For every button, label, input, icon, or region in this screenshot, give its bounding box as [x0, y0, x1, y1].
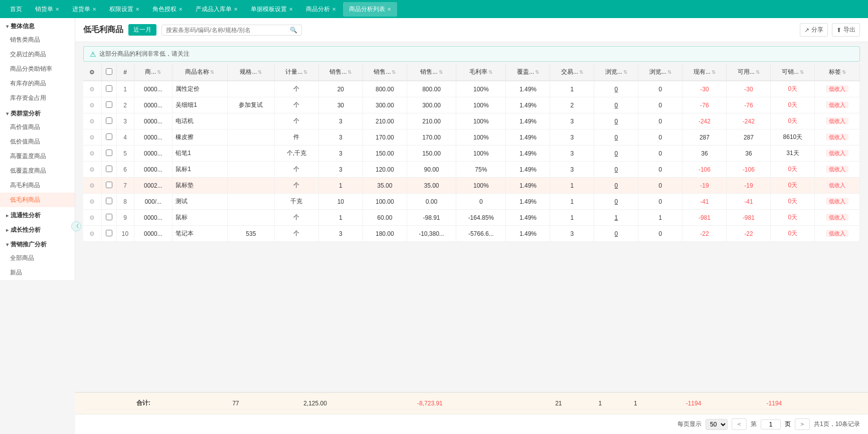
th-sales-amount[interactable]: 销售...⇅ — [363, 64, 407, 81]
export-button[interactable]: ⬆ 导出 — [832, 23, 860, 37]
close-icon[interactable]: ✕ — [234, 7, 238, 12]
sidebar-item-all-goods[interactable]: 全部商品 — [0, 251, 75, 265]
th-sales-count[interactable]: 销售...⇅ — [318, 64, 363, 81]
select-all-checkbox[interactable] — [106, 68, 112, 75]
row-settings[interactable]: ⚙ — [83, 81, 101, 97]
prev-page-button[interactable]: ＜ — [732, 418, 747, 430]
nav-permissions[interactable]: 权限设置 ✕ — [103, 2, 145, 17]
nav-product-in[interactable]: 产成品入库单 ✕ — [190, 2, 244, 17]
row-gross-rate: 100% — [456, 97, 506, 113]
sidebar-item-low-value[interactable]: 低价值商品 — [0, 134, 75, 149]
row-browse1[interactable]: 0 — [594, 81, 638, 97]
row-browse1[interactable]: 0 — [594, 194, 638, 210]
nav-product-analysis[interactable]: 商品分析 ✕ — [300, 2, 342, 17]
th-unit[interactable]: 计量...⇅ — [274, 64, 318, 81]
th-available[interactable]: 可用...⇅ — [727, 64, 771, 81]
sidebar-group-marketing-title[interactable]: ▾ 营销推广分析 — [0, 236, 75, 251]
row-settings[interactable]: ⚙ — [83, 194, 101, 210]
next-page-button[interactable]: ＞ — [795, 418, 810, 430]
th-tag[interactable]: 标签⇅ — [815, 64, 860, 81]
row-num: 6 — [116, 162, 134, 178]
sidebar-item-high-value[interactable]: 高价值商品 — [0, 120, 75, 134]
nav-product-analysis-list[interactable]: 商品分析列表 ✕ — [343, 2, 397, 17]
share-button[interactable]: ↗ 分享 — [800, 23, 828, 37]
row-unit: 个 — [274, 210, 318, 226]
close-icon[interactable]: ✕ — [289, 7, 293, 12]
table-container[interactable]: ⚙ # 商...⇅ 商品名称⇅ 规格...⇅ 计量...⇅ 销售...⇅ 销售.… — [75, 64, 868, 392]
close-icon[interactable]: ✕ — [135, 7, 139, 12]
row-checkbox[interactable] — [101, 113, 116, 129]
search-input[interactable] — [166, 27, 287, 34]
row-browse1[interactable]: 0 — [594, 178, 638, 194]
row-checkbox[interactable] — [101, 210, 116, 226]
sidebar-item-high-coverage[interactable]: 高覆盖度商品 — [0, 149, 75, 164]
row-checkbox[interactable] — [101, 97, 116, 113]
row-settings[interactable]: ⚙ — [83, 146, 101, 162]
th-name[interactable]: 商品名称⇅ — [172, 64, 228, 81]
row-checkbox[interactable] — [101, 129, 116, 146]
row-settings[interactable]: ⚙ — [83, 226, 101, 242]
sidebar-item-sales-goods[interactable]: 销售类商品 — [0, 33, 75, 47]
th-current-stock[interactable]: 现有...⇅ — [682, 64, 727, 81]
sidebar-item-category-rate[interactable]: 商品分类助销率 — [0, 62, 75, 76]
sidebar-item-low-coverage[interactable]: 低覆盖度商品 — [0, 164, 75, 178]
row-browse1[interactable]: 0 — [594, 129, 638, 146]
close-icon[interactable]: ✕ — [55, 7, 59, 12]
th-spec[interactable]: 规格...⇅ — [227, 64, 274, 81]
per-page-select[interactable]: 50 — [706, 419, 728, 430]
th-cover-rate[interactable]: 覆盖...⇅ — [506, 64, 550, 81]
nav-role-auth[interactable]: 角色授权 ✕ — [146, 2, 189, 17]
sidebar-item-new-goods[interactable]: 新品 — [0, 265, 75, 280]
filter-recent-month-button[interactable]: 近一月 — [128, 24, 156, 36]
close-icon[interactable]: ✕ — [179, 7, 183, 12]
row-checkbox[interactable] — [101, 81, 116, 97]
th-saleable[interactable]: 可销...⇅ — [771, 64, 815, 81]
sidebar-item-traded-goods[interactable]: 交易过的商品 — [0, 47, 75, 62]
sidebar-item-stocked-goods[interactable]: 有库存的商品 — [0, 76, 75, 91]
row-settings[interactable]: ⚙ — [83, 97, 101, 113]
th-checkbox[interactable] — [101, 64, 116, 81]
sidebar-group-overall-title[interactable]: ▾ 整体信息 — [0, 18, 75, 33]
row-browse1[interactable]: 0 — [594, 226, 638, 242]
row-checkbox[interactable] — [101, 146, 116, 162]
row-settings[interactable]: ⚙ — [83, 129, 101, 146]
th-transactions[interactable]: 交易...⇅ — [550, 64, 594, 81]
th-settings[interactable]: ⚙ — [83, 64, 101, 81]
th-gross-rate[interactable]: 毛利率⇅ — [456, 64, 506, 81]
row-browse1[interactable]: 0 — [594, 97, 638, 113]
sidebar-group-growth-title[interactable]: ▸ 成长性分析 — [0, 222, 75, 236]
nav-purchase-order[interactable]: 进货单 ✕ — [66, 2, 102, 17]
row-browse1[interactable]: 1 — [594, 210, 638, 226]
close-icon[interactable]: ✕ — [92, 7, 96, 12]
row-checkbox[interactable] — [101, 178, 116, 194]
th-code[interactable]: 商...⇅ — [134, 64, 172, 81]
th-browse2[interactable]: 浏览...⇅ — [638, 64, 682, 81]
nav-home[interactable]: 首页 — [4, 2, 28, 17]
th-sales-profit[interactable]: 销售...⇅ — [407, 64, 456, 81]
sidebar-item-low-margin[interactable]: 低毛利商品 — [0, 193, 75, 207]
row-checkbox[interactable] — [101, 194, 116, 210]
sidebar-item-high-margin[interactable]: 高毛利商品 — [0, 178, 75, 193]
sidebar-group-circulation-title[interactable]: ▸ 流通性分析 — [0, 207, 75, 222]
sidebar-item-stock-capital[interactable]: 库存资金占用 — [0, 91, 75, 105]
th-browse1[interactable]: 浏览...⇅ — [594, 64, 638, 81]
sidebar-collapse-button[interactable]: 《 — [71, 221, 81, 231]
row-browse1[interactable]: 0 — [594, 146, 638, 162]
sidebar-group-cluster-title[interactable]: ▾ 类群堂分析 — [0, 105, 75, 120]
row-settings[interactable]: ⚙ — [83, 210, 101, 226]
close-icon[interactable]: ✕ — [387, 7, 391, 12]
nav-sales-order[interactable]: 销货单 ✕ — [29, 2, 65, 17]
page-number-input[interactable] — [761, 419, 781, 429]
row-browse1[interactable]: 0 — [594, 113, 638, 129]
search-icon[interactable]: 🔍 — [290, 27, 297, 34]
row-settings[interactable]: ⚙ — [83, 178, 101, 194]
nav-template[interactable]: 单据模板设置 ✕ — [245, 2, 299, 17]
row-settings[interactable]: ⚙ — [83, 113, 101, 129]
row-sales-count: 3 — [318, 226, 363, 242]
row-settings[interactable]: ⚙ — [83, 162, 101, 178]
settings-icon[interactable]: ⚙ — [89, 69, 95, 76]
row-browse1[interactable]: 0 — [594, 162, 638, 178]
close-icon[interactable]: ✕ — [332, 7, 336, 12]
row-checkbox[interactable] — [101, 226, 116, 242]
row-checkbox[interactable] — [101, 162, 116, 178]
